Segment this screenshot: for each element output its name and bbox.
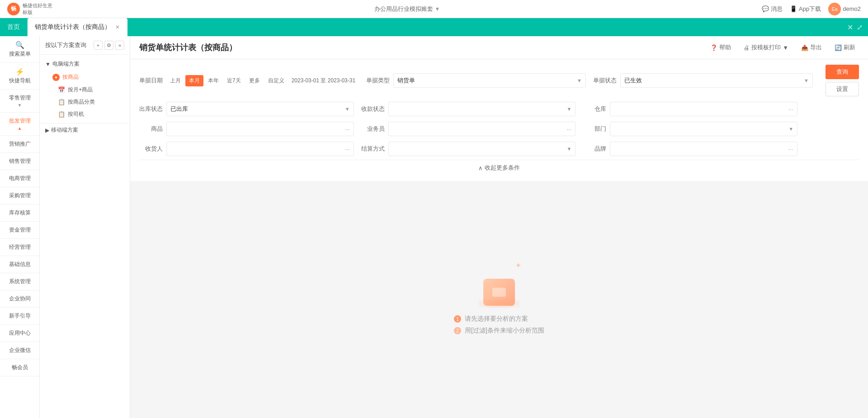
sidebar-item-purchase[interactable]: 采购管理 bbox=[0, 187, 39, 204]
sidebar-item-sales[interactable]: 销售管理 bbox=[0, 153, 39, 170]
sidebar-item-finance[interactable]: 资金管理 bbox=[0, 222, 39, 239]
date-tab-7days[interactable]: 近7天 bbox=[223, 75, 245, 86]
salesperson-ellipsis[interactable]: ··· bbox=[567, 126, 572, 133]
settlement-select[interactable]: ▼ bbox=[388, 142, 576, 156]
sidebar-system-label: 系统管理 bbox=[9, 278, 31, 285]
pc-scheme-group-label: 电脑端方案 bbox=[52, 60, 80, 68]
date-tab-more[interactable]: 更多 bbox=[245, 75, 264, 86]
sidebar-item-retail[interactable]: 零售管理 ▼ bbox=[0, 90, 39, 113]
print-dropdown-icon[interactable]: ▼ bbox=[783, 44, 788, 51]
tab-sales-stat[interactable]: 销货单统计计表（按商品） ✕ bbox=[28, 18, 127, 36]
salesperson-select[interactable]: ··· bbox=[388, 122, 576, 136]
empty-text-list: 1 请先选择要分析的方案 2 用[过滤]条件来缩小分析范围 bbox=[454, 315, 544, 338]
salesperson-filter: 业务员 ··· bbox=[361, 122, 576, 136]
setting-button[interactable]: 设置 bbox=[826, 82, 859, 96]
content-area: 销货单统计计表（按商品） ❓ 帮助 🖨 按模板打印 ▼ 📤 导出 bbox=[130, 36, 868, 418]
sidebar-item-base[interactable]: 基础信息 bbox=[0, 256, 39, 273]
tab-close-icon[interactable]: ✕ bbox=[115, 24, 120, 30]
settings-scheme-button[interactable]: ⚙ bbox=[104, 41, 113, 50]
tab-close-all-icon[interactable]: ✕ bbox=[847, 23, 853, 32]
empty-tip-1: 1 请先选择要分析的方案 bbox=[454, 315, 544, 323]
sidebar-item-system[interactable]: 系统管理 bbox=[0, 273, 39, 290]
warehouse-status-label: 出库状态 bbox=[139, 105, 166, 113]
topbar-left: 畅 畅捷信好生意 标版 bbox=[7, 2, 52, 15]
date-filter-group: 单据日期 上月 本月 本年 近7天 更多 自定义 2023-03-01 至 20… bbox=[139, 75, 359, 86]
brand-ellipsis[interactable]: ··· bbox=[788, 146, 793, 152]
date-tab-this-year[interactable]: 本年 bbox=[204, 75, 222, 86]
sidebar-search-label: 搜索菜单 bbox=[9, 50, 31, 58]
sidebar-item-collab[interactable]: 企业协同 bbox=[0, 290, 39, 308]
scheme-sub-item-month-goods[interactable]: 📅 按月+商品 bbox=[40, 84, 130, 96]
scheme-category-label: 按商品分类 bbox=[68, 98, 95, 106]
doc-status-select[interactable]: 已生效 ▼ bbox=[620, 73, 813, 88]
warehouse-label: 仓库 bbox=[583, 105, 610, 113]
sidebar-item-inventory[interactable]: 库存核算 bbox=[0, 204, 39, 222]
sidebar-item-wholesale[interactable]: 批发管理 ▲ bbox=[0, 113, 39, 136]
sidebar-item-ecommerce[interactable]: 电商管理 bbox=[0, 170, 39, 187]
settlement-label: 结算方式 bbox=[361, 145, 388, 153]
mobile-scheme-group-label: 移动端方案 bbox=[51, 126, 78, 134]
scheme-item-by-goods[interactable]: ● 按商品 bbox=[40, 71, 130, 84]
action-buttons: 查询 设置 bbox=[820, 65, 859, 96]
sidebar-item-guide[interactable]: 新手引导 bbox=[0, 308, 39, 325]
tab-expand-icon[interactable]: ⤢ bbox=[857, 23, 863, 32]
pc-scheme-group-header[interactable]: ▼ 电脑端方案 bbox=[40, 57, 130, 71]
tab-home[interactable]: 首页 bbox=[0, 18, 28, 36]
warehouse-status-dropdown-icon: ▼ bbox=[345, 106, 350, 112]
date-tab-this-month[interactable]: 本月 bbox=[185, 75, 203, 86]
sidebar-marketing-label: 营销推广 bbox=[9, 140, 31, 148]
payment-status-select[interactable]: ▼ bbox=[388, 102, 576, 116]
scheme-sub-item-cashier[interactable]: 📋 按司机 bbox=[40, 108, 130, 120]
sidebar-item-quicknav[interactable]: ⚡ 快捷导航 bbox=[0, 63, 39, 90]
print-icon: 🖨 bbox=[744, 44, 750, 51]
collapse-more-button[interactable]: ∧ 收起更多条件 bbox=[139, 160, 859, 176]
brand-select[interactable]: ··· bbox=[610, 142, 797, 156]
empty-state: ✦ 1 请先选择要分析的方案 2 用[过滤]条件来缩小分析范围 bbox=[130, 181, 868, 418]
user-area[interactable]: Ea demo2 bbox=[828, 3, 861, 15]
collapse-label: 收起更多条件 bbox=[485, 164, 520, 172]
user-initial: Ea bbox=[832, 6, 838, 12]
doc-status-filter: 单据状态 已生效 ▼ bbox=[593, 73, 813, 88]
date-tab-last-month[interactable]: 上月 bbox=[166, 75, 184, 86]
sidebar-item-marketing[interactable]: 营销推广 bbox=[0, 136, 39, 153]
department-select[interactable]: ▼ bbox=[610, 122, 797, 136]
sidebar-item-search[interactable]: 🔍 搜索菜单 bbox=[0, 36, 39, 63]
app-dropdown-icon[interactable]: ▼ bbox=[435, 6, 440, 12]
collapse-panel-button[interactable]: « bbox=[115, 41, 124, 50]
query-button[interactable]: 查询 bbox=[826, 65, 859, 79]
refresh-button[interactable]: 🔄 刷新 bbox=[831, 42, 859, 53]
goods-select[interactable]: ··· bbox=[166, 122, 354, 136]
chevron-right-icon: ▶ bbox=[45, 127, 49, 133]
goods-ellipsis[interactable]: ··· bbox=[345, 126, 350, 133]
sidebar-quicknav-label: 快捷导航 bbox=[9, 77, 31, 85]
add-scheme-button[interactable]: + bbox=[94, 41, 103, 50]
mobile-scheme-group-header[interactable]: ▶ 移动端方案 bbox=[40, 123, 130, 137]
print-button[interactable]: 🖨 按模板打印 ▼ bbox=[740, 42, 792, 53]
department-dropdown-icon: ▼ bbox=[788, 126, 793, 132]
sidebar-item-operations[interactable]: 经营管理 bbox=[0, 239, 39, 256]
filter-row-3: 商品 ··· 业务员 ··· 部门 bbox=[139, 122, 859, 136]
warehouse-status-select[interactable]: 已出库 ▼ bbox=[166, 102, 354, 116]
message-label: 消息 bbox=[771, 5, 783, 13]
sidebar-member-label: 畅会员 bbox=[12, 364, 28, 371]
calendar-icon: 📅 bbox=[58, 86, 65, 93]
doc-type-filter: 单据类型 销货单 ▼ bbox=[366, 73, 586, 88]
tab-home-label: 首页 bbox=[7, 23, 20, 31]
recipient-select[interactable]: ··· bbox=[166, 142, 354, 156]
app-download-button[interactable]: 📱 App下载 bbox=[790, 5, 821, 13]
warehouse-ellipsis[interactable]: ··· bbox=[788, 106, 793, 113]
export-button[interactable]: 📤 导出 bbox=[797, 42, 826, 53]
scheme-sub-item-category[interactable]: 📋 按商品分类 bbox=[40, 96, 130, 108]
tabbar: 首页 销货单统计计表（按商品） ✕ ✕ ⤢ bbox=[0, 18, 868, 36]
sidebar-item-member[interactable]: 畅会员 bbox=[0, 359, 39, 376]
message-button[interactable]: 💬 消息 bbox=[762, 5, 783, 13]
sidebar-item-wx[interactable]: 企业微信 bbox=[0, 342, 39, 359]
recipient-ellipsis[interactable]: ··· bbox=[345, 146, 350, 152]
doc-type-select[interactable]: 销货单 ▼ bbox=[393, 73, 586, 88]
topbar: 畅 畅捷信好生意 标版 办公用品行业模拟账套 ▼ 💬 消息 📱 App下载 Ea… bbox=[0, 0, 868, 18]
date-tab-custom[interactable]: 自定义 bbox=[264, 75, 288, 86]
doc-type-value: 销货单 bbox=[397, 76, 415, 85]
sidebar-item-app-center[interactable]: 应用中心 bbox=[0, 325, 39, 342]
warehouse-select[interactable]: ··· bbox=[610, 102, 797, 116]
help-button[interactable]: ❓ 帮助 bbox=[707, 42, 735, 53]
